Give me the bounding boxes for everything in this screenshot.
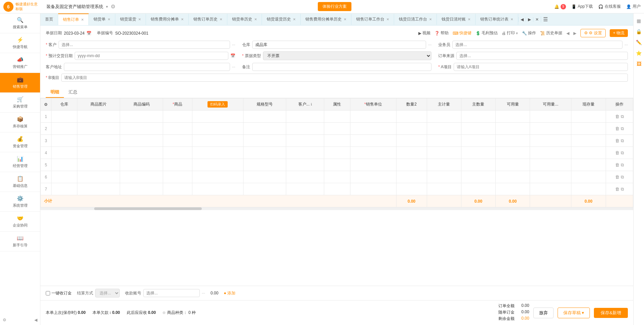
tab-returns[interactable]: 销货退货 ✕ <box>115 14 146 25</box>
delivery-date-input[interactable] <box>75 52 228 60</box>
save-draft-button[interactable]: 保存草稿 ▾ <box>558 308 590 318</box>
cell-7-available2[interactable] <box>530 183 571 195</box>
print-dropdown-icon[interactable]: ▾ <box>516 31 518 36</box>
cell-4-qty2[interactable] <box>396 147 427 159</box>
right-icon-edit[interactable]: ✏️ <box>634 38 644 47</box>
cell-7-qty2[interactable] <box>396 183 427 195</box>
cell-2-main-qty[interactable] <box>461 123 495 135</box>
cell-3-main-uom[interactable] <box>427 135 461 147</box>
copy-row-4-icon[interactable]: ⧉ <box>621 150 624 156</box>
cell-2-warehouse[interactable] <box>51 123 77 135</box>
cell-7-current[interactable] <box>571 183 606 195</box>
customer-dots[interactable]: ··· <box>232 42 235 47</box>
delete-row-6-icon[interactable]: 🗑 <box>615 174 619 180</box>
sidebar-item-system[interactable]: ⚙️ 系统管理 <box>0 192 40 212</box>
add-payment-btn[interactable]: ● 添加 <box>224 290 235 296</box>
cell-1-scan[interactable] <box>192 111 243 123</box>
sidebar-item-operations[interactable]: 📊 经营管理 <box>0 152 40 172</box>
right-icon-star[interactable]: ⭐ <box>634 48 644 58</box>
cell-5-current[interactable] <box>571 159 606 171</box>
online-support-item[interactable]: 🎧 在线客服 <box>598 4 621 9</box>
order-source-input[interactable] <box>456 52 628 60</box>
calendar-icon2[interactable]: 📅 <box>230 53 235 58</box>
tab-close-order-history[interactable]: ✕ <box>220 17 222 21</box>
nav-prev-icon[interactable]: ◀ <box>566 31 569 36</box>
cell-6-unit[interactable] <box>350 171 396 183</box>
cell-1-unit[interactable] <box>350 111 396 123</box>
notes-input[interactable] <box>252 63 432 71</box>
tab-close-workbench[interactable]: ✕ <box>386 17 389 21</box>
draft-dropdown-icon[interactable]: ▾ <box>582 310 584 315</box>
app-download-item[interactable]: 📱 App下载 <box>571 4 593 9</box>
cell-4-available[interactable] <box>496 147 530 159</box>
tab-close-cash-reconcile[interactable]: ✕ <box>468 17 470 21</box>
delete-row-4-icon[interactable]: 🗑 <box>615 150 619 156</box>
warehouse-dots[interactable]: ··· <box>428 42 431 47</box>
cell-3-warehouse[interactable] <box>51 135 77 147</box>
sidebar-item-guide[interactable]: 📖 新手引导 <box>0 232 40 251</box>
tab-close-stats[interactable]: ✕ <box>510 17 513 21</box>
cell-6-main-uom[interactable] <box>427 171 461 183</box>
nav-next-icon[interactable]: ▶ <box>573 31 576 36</box>
cell-1-main-qty[interactable] <box>461 111 495 123</box>
tab-nav-next[interactable]: ▶ <box>526 17 533 22</box>
table-scrollbar[interactable] <box>40 207 633 210</box>
cell-5-warehouse[interactable] <box>51 159 77 171</box>
sidebar-item-basic-info[interactable]: 📋 基础信息 <box>0 172 40 192</box>
sidebar-item-finance[interactable]: 💰 资金管理 <box>0 132 40 152</box>
cell-7-main-uom[interactable] <box>427 183 461 195</box>
cell-3-product[interactable] <box>163 135 192 147</box>
cell-7-code[interactable] <box>120 183 163 195</box>
cell-5-main-qty[interactable] <box>461 159 495 171</box>
cell-3-spec[interactable] <box>243 135 286 147</box>
cell-4-scan[interactable] <box>192 147 243 159</box>
cell-6-image[interactable] <box>77 171 120 183</box>
detail-tab-detail[interactable]: 明细 <box>46 87 64 98</box>
delete-row-5-icon[interactable]: 🗑 <box>615 162 619 168</box>
detail-tab-summary[interactable]: 汇总 <box>64 87 82 98</box>
cell-5-image[interactable] <box>77 159 120 171</box>
help-btn[interactable]: ❓ 帮助 <box>434 30 449 36</box>
cell-1-warehouse[interactable] <box>51 111 77 123</box>
cell-4-image[interactable] <box>77 147 120 159</box>
right-icon-image[interactable]: 🖼 <box>634 59 644 69</box>
cell-2-image[interactable] <box>77 123 120 135</box>
scan-button[interactable]: 扫码录入 <box>207 101 228 108</box>
tab-stats[interactable]: 销售订单统计表 ✕ <box>476 14 518 25</box>
cell-1-qty2[interactable] <box>396 111 427 123</box>
customer-address-input[interactable] <box>64 63 230 71</box>
cell-2-code[interactable] <box>120 123 163 135</box>
cell-3-unit[interactable] <box>350 135 396 147</box>
cell-3-available2[interactable] <box>530 135 571 147</box>
cell-7-attr[interactable] <box>324 183 350 195</box>
sidebar-item-search[interactable]: 🔍 搜索菜单 <box>0 13 40 33</box>
cell-7-warehouse[interactable] <box>51 183 77 195</box>
tab-nav-prev[interactable]: ◀ <box>518 17 526 22</box>
settings-icon[interactable]: ⚙ <box>111 3 115 10</box>
copy-row-3-icon[interactable]: ⧉ <box>621 138 624 144</box>
delete-row-3-icon[interactable]: 🗑 <box>615 138 619 144</box>
cell-6-warehouse[interactable] <box>51 171 77 183</box>
cell-5-unit[interactable] <box>350 159 396 171</box>
cell-1-image[interactable] <box>77 111 120 123</box>
account-input[interactable] <box>143 289 200 297</box>
sidebar-collapse-icon[interactable]: ◀ <box>34 318 37 322</box>
dropdown-icon[interactable]: ▾ <box>106 4 108 9</box>
one-click-checkbox-label[interactable]: 一键收订金 <box>46 290 72 296</box>
cell-3-attr[interactable] <box>324 135 350 147</box>
sidebar-item-purchase[interactable]: 🛒 采购管理 <box>0 93 40 113</box>
user-item[interactable]: 👤 用户 <box>626 4 641 9</box>
cell-5-code[interactable] <box>120 159 163 171</box>
cell-4-main-uom[interactable] <box>427 147 461 159</box>
cell-7-main-qty[interactable] <box>461 183 495 195</box>
cell-7-spec[interactable] <box>243 183 286 195</box>
cell-4-available2[interactable] <box>530 147 571 159</box>
cell-4-warehouse[interactable] <box>51 147 77 159</box>
copy-row-7-icon[interactable]: ⧉ <box>621 187 624 192</box>
cell-1-product[interactable] <box>163 111 192 123</box>
cell-5-scan[interactable] <box>192 159 243 171</box>
sidebar-item-inventory[interactable]: 📦 库存核算 <box>0 113 40 132</box>
scrollbar-thumb[interactable] <box>94 207 202 210</box>
cell-3-code[interactable] <box>120 135 163 147</box>
cell-5-available[interactable] <box>496 159 530 171</box>
